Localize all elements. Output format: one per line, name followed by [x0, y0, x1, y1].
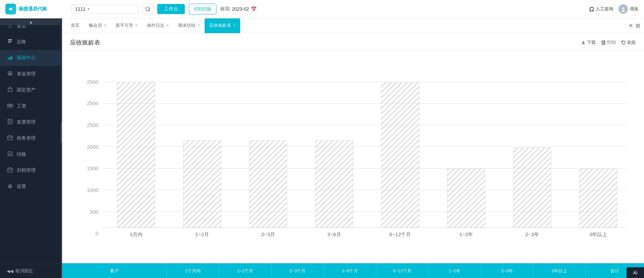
- print-label: 打印: [607, 40, 616, 46]
- svg-text:1000: 1000: [87, 187, 98, 193]
- page-title: 应收账龄表: [70, 39, 100, 47]
- tab-label-aging: 应收账龄表: [209, 22, 231, 28]
- svg-point-2: [622, 7, 624, 9]
- page-content: 应收账龄表 下载 打印 刷新: [62, 33, 644, 278]
- close-all-button[interactable]: ✕: [629, 22, 633, 29]
- period-value: 2023-02: [232, 6, 249, 12]
- svg-text:3年以上: 3年以上: [589, 231, 607, 237]
- svg-text:2500: 2500: [87, 79, 98, 85]
- svg-rect-49: [513, 148, 551, 228]
- sidebar-item-settlement[interactable]: 结账: [0, 146, 62, 162]
- sidebar-item-assets[interactable]: 固定资产: [0, 82, 62, 98]
- close-icon[interactable]: ×: [233, 23, 235, 28]
- sidebar-label-settlement: 结账: [17, 151, 26, 157]
- svg-rect-6: [8, 42, 11, 43]
- svg-rect-9: [11, 56, 12, 60]
- chart-area: 2500 2500 2500 2000 1500 1000 500 0: [62, 51, 644, 263]
- calendar-icon[interactable]: 📅: [251, 6, 257, 12]
- svg-rect-39: [183, 141, 221, 228]
- headset-icon: 🎧: [589, 7, 594, 12]
- period-label: 账期: [220, 6, 230, 12]
- sidebar-label-reports: 报表中心: [17, 55, 36, 61]
- close-icon[interactable]: ×: [135, 23, 138, 28]
- sidebar-item-salary[interactable]: 工资: [0, 98, 62, 114]
- close-icon[interactable]: ×: [166, 23, 169, 28]
- tab-label-oplog: 操作日志: [147, 22, 164, 28]
- tab-yearend[interactable]: 期末结转 ×: [173, 18, 205, 33]
- sidebar-item-ledger[interactable]: 总账: [0, 34, 62, 50]
- maximize-button[interactable]: ⊞: [636, 22, 640, 29]
- print-button[interactable]: 打印: [601, 40, 616, 46]
- sidebar-item-archive[interactable]: 归档管理: [0, 162, 62, 179]
- ai-floating-button[interactable]: Ai: [627, 267, 644, 278]
- page-actions: 下载 打印 刷新: [581, 40, 636, 46]
- tab-guide[interactable]: 新手引导 ×: [111, 18, 142, 33]
- top-header: 畅捷通易代账 1111 ▾ 工作台 切到旧版 账期 2023-02 📅 🎧 人工…: [0, 0, 644, 18]
- cancel-fixed-button[interactable]: ◀◀ 取消固定: [0, 264, 62, 278]
- tab-home[interactable]: 首页: [66, 18, 84, 33]
- pin-icon: ◀◀: [7, 269, 13, 274]
- tab-bar: 首页 畅会员 × 新手引导 × 操作日志 × 期末结转 × 应收账龄表 ×: [62, 18, 644, 33]
- logo-text: 畅捷通易代账: [19, 6, 47, 12]
- sidebar-item-funds[interactable]: 资金管理: [0, 66, 62, 82]
- tab-label-guide: 新手引导: [116, 22, 133, 28]
- svg-text:2~3月: 2~3月: [261, 231, 275, 237]
- svg-rect-18: [602, 43, 605, 45]
- company-selector[interactable]: 1111 ▾: [71, 5, 139, 13]
- svg-text:3~6月: 3~6月: [327, 231, 341, 237]
- sidebar-label-salary: 工资: [17, 103, 26, 109]
- sidebar-item-tax[interactable]: 税务管理: [0, 130, 62, 146]
- table-header-col: 客户: [62, 264, 167, 278]
- svg-point-3: [622, 10, 625, 12]
- user-area[interactable]: 用友: [619, 4, 639, 14]
- table-header-col: 1~2年: [429, 264, 481, 278]
- sidebar: ▲ ⌂ 首页 总账 报表中心 资金管理 固: [0, 18, 62, 278]
- svg-text:1500: 1500: [87, 165, 98, 171]
- copy-button[interactable]: [143, 4, 153, 14]
- svg-rect-43: [315, 141, 353, 228]
- sidebar-label-ledger: 总账: [17, 39, 26, 45]
- tab-oplog[interactable]: 操作日志 ×: [142, 18, 173, 33]
- page-header: 应收账龄表 下载 打印 刷新: [62, 33, 644, 51]
- download-button[interactable]: 下载: [581, 40, 596, 46]
- sidebar-item-invoice[interactable]: 发票管理: [0, 114, 62, 130]
- svg-point-13: [10, 106, 11, 107]
- table-header-col: 3~6个月: [324, 264, 376, 278]
- workbench-button[interactable]: 工作台: [157, 4, 185, 14]
- sidebar-item-reports[interactable]: 报表中心: [0, 50, 62, 66]
- svg-text:2500: 2500: [87, 122, 98, 128]
- main-layout: ▲ ⌂ 首页 总账 报表中心 资金管理 固: [0, 18, 644, 278]
- assets-icon: [7, 87, 13, 93]
- close-icon[interactable]: ×: [104, 23, 106, 28]
- svg-text:2~3年: 2~3年: [525, 231, 539, 237]
- sidebar-label-archive: 归档管理: [17, 167, 36, 173]
- sidebar-scroll-up[interactable]: ▲: [0, 18, 62, 25]
- tab-label-member: 畅会员: [89, 22, 102, 28]
- svg-text:0: 0: [96, 230, 99, 236]
- svg-text:1~2月: 1~2月: [195, 231, 209, 237]
- switch-version-button[interactable]: 切到旧版: [189, 4, 216, 14]
- period-area: 账期 2023-02 📅: [220, 6, 257, 12]
- tab-actions: ✕ ⊞: [629, 22, 640, 29]
- sidebar-label-tax: 税务管理: [17, 135, 36, 141]
- svg-text:2000: 2000: [87, 144, 98, 150]
- table-header-col: 6~12个月: [376, 264, 429, 278]
- refresh-button[interactable]: 刷新: [621, 40, 636, 46]
- table-header-col: 1~2个月: [219, 264, 271, 278]
- tab-aging[interactable]: 应收账龄表 ×: [205, 18, 240, 33]
- settlement-icon: [7, 151, 13, 158]
- close-icon[interactable]: ×: [198, 23, 200, 28]
- tab-label-yearend: 期末结转: [178, 22, 196, 28]
- bar-chart: 2500 2500 2500 2000 1500 1000 500 0: [70, 56, 636, 258]
- tab-member[interactable]: 畅会员 ×: [84, 18, 111, 33]
- tab-label-home: 首页: [71, 22, 79, 28]
- svg-rect-16: [8, 152, 12, 156]
- svg-rect-47: [447, 169, 485, 228]
- svg-rect-1: [146, 7, 149, 10]
- consultation-button[interactable]: 🎧 人工咨询: [589, 6, 613, 12]
- sidebar-item-settings[interactable]: ⚙ 设置: [0, 179, 62, 194]
- settings-icon: ⚙: [7, 183, 13, 190]
- tax-icon: [7, 135, 13, 142]
- avatar: [619, 4, 628, 14]
- header-right: 🎧 人工咨询 用友: [589, 4, 639, 14]
